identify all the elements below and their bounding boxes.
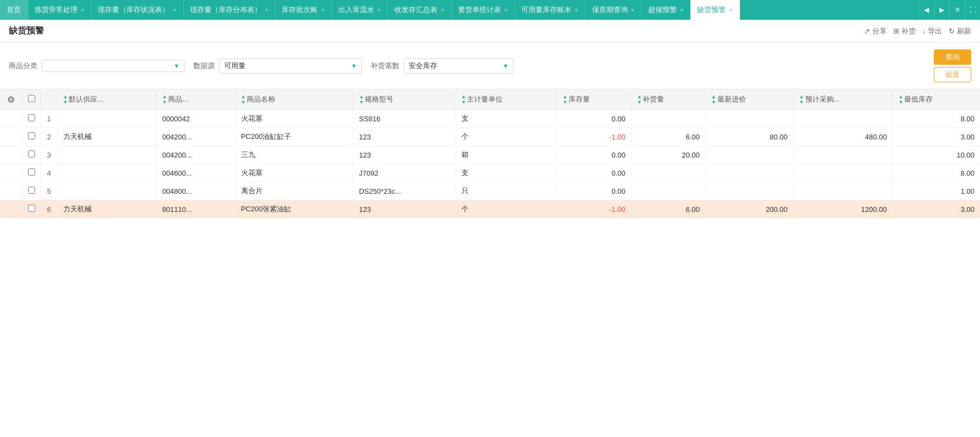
row-est-purchase: [793, 146, 893, 164]
category-label: 商品分类: [9, 61, 37, 71]
share-button[interactable]: ↗ 分享: [864, 26, 887, 36]
row-restock-qty: 6.00: [631, 128, 705, 146]
setting-button[interactable]: 设置: [934, 67, 971, 82]
row-number: 6: [41, 200, 57, 218]
tab-close-picking-anomaly[interactable]: ×: [81, 7, 84, 13]
gear-icon[interactable]: ⚙: [7, 95, 15, 104]
tab-close-summary[interactable]: ×: [441, 7, 444, 13]
tab-summary[interactable]: 收发存汇总表 ×: [388, 0, 451, 20]
sort-icon-price: ▲▼: [711, 94, 716, 105]
tab-home[interactable]: 首页: [0, 0, 28, 20]
row-number: 4: [41, 164, 57, 182]
th-stock[interactable]: ▲▼ 库存量: [557, 89, 631, 110]
table-row[interactable]: 4004600...火花塞J7092支0.008.00: [0, 164, 980, 182]
tab-picking-anomaly[interactable]: 拣货异常处理 ×: [28, 0, 91, 20]
table-row[interactable]: 5004800...离合片DS250*23c...只0.001.00: [0, 182, 980, 200]
tab-available-ledger[interactable]: 可用量库存账本 ×: [515, 0, 585, 20]
tab-next-btn[interactable]: ▶: [934, 0, 949, 20]
th-latest-price[interactable]: ▲▼ 最新进价: [705, 89, 793, 110]
tab-batch-account[interactable]: 库存批次账 ×: [275, 0, 331, 20]
tab-close-inventory-status[interactable]: ×: [172, 7, 176, 13]
tab-close-expiry[interactable]: ×: [631, 7, 634, 13]
tab-close-overstock[interactable]: ×: [680, 7, 683, 13]
row-min-stock: 1.00: [893, 182, 980, 200]
row-checkbox-cell[interactable]: [22, 110, 41, 128]
row-latest-price: [705, 110, 793, 128]
row-unit: 只: [455, 182, 557, 200]
row-default-supplier: [57, 110, 157, 128]
row-checkbox[interactable]: [28, 132, 35, 139]
restock-button[interactable]: ⊞ 补货: [893, 26, 916, 36]
row-checkbox-cell[interactable]: [22, 164, 41, 182]
row-checkbox[interactable]: [28, 169, 35, 176]
row-est-purchase: 1200.00: [793, 200, 893, 218]
row-checkbox[interactable]: [28, 150, 35, 158]
restock-base-filter-group: 补货基数 安全库存 ▼: [371, 58, 514, 74]
th-product-code[interactable]: ▲▼ 商品...: [157, 89, 235, 110]
restock-base-label: 补货基数: [371, 61, 399, 71]
row-default-supplier: [57, 146, 157, 164]
page-container: 缺货预警 ↗ 分享 ⊞ 补货 ↓ 导出 ↻ 刷新 商品分类: [0, 20, 980, 437]
table-header-row: ⚙ ▲▼ 默认供应... ▲▼: [0, 89, 980, 110]
row-product-name: 三九: [235, 146, 353, 164]
tab-close-shortage[interactable]: ×: [729, 7, 732, 13]
row-gear-cell: [0, 110, 22, 128]
row-min-stock: 8.00: [893, 164, 980, 182]
tab-prev-btn[interactable]: ◀: [918, 0, 934, 20]
tab-close-order-stats[interactable]: ×: [504, 7, 508, 13]
tab-inventory-dist[interactable]: 现存量（库存分布表） ×: [183, 0, 275, 20]
tab-order-stats[interactable]: 要货单统计表 ×: [452, 0, 515, 20]
row-checkbox-cell[interactable]: [22, 146, 41, 164]
category-select[interactable]: ▼: [42, 60, 185, 72]
row-checkbox-cell[interactable]: [22, 182, 41, 200]
row-product-name: PC200油缸缸子: [235, 128, 353, 146]
row-checkbox-cell[interactable]: [22, 200, 41, 218]
tab-flow[interactable]: 出入库流水 ×: [332, 0, 388, 20]
th-unit[interactable]: ▲▼ 主计量单位: [455, 89, 557, 110]
row-stock: -1.00: [557, 200, 631, 218]
row-product-name: 火花塞: [235, 164, 353, 182]
row-checkbox[interactable]: [28, 205, 35, 212]
select-all-checkbox[interactable]: [28, 95, 35, 102]
category-chevron-icon: ▼: [174, 63, 180, 69]
table-row[interactable]: 2力天机械004200...PC200油缸缸子123个-1.006.0080.0…: [0, 128, 980, 146]
th-default-supplier[interactable]: ▲▼ 默认供应...: [57, 89, 157, 110]
restock-base-select-value: 安全库存: [409, 61, 437, 71]
th-est-purchase[interactable]: ▲▼ 预计采购...: [793, 89, 893, 110]
datasource-filter-group: 数据源 可用量 ▼: [193, 58, 362, 74]
row-restock-qty: 20.00: [631, 146, 705, 164]
row-checkbox[interactable]: [28, 187, 35, 194]
tab-close-flow[interactable]: ×: [377, 7, 381, 13]
table-row[interactable]: 6力天机械801110...PC200张紧油缸123个-1.006.00200.…: [0, 200, 980, 218]
row-checkbox-cell[interactable]: [22, 128, 41, 146]
tab-close-available-ledger[interactable]: ×: [575, 7, 578, 13]
refresh-button[interactable]: ↻ 刷新: [949, 26, 971, 36]
row-restock-qty: [631, 110, 705, 128]
tab-fullscreen-btn[interactable]: ⛶: [965, 0, 980, 20]
th-gear[interactable]: ⚙: [0, 89, 22, 110]
tab-shortage[interactable]: 缺货预警 ×: [691, 0, 739, 20]
tab-overstock[interactable]: 超储预警 ×: [642, 0, 691, 20]
table-row[interactable]: 3004200...三九123箱0.0020.0010.00: [0, 146, 980, 164]
row-product-code: 801110...: [157, 200, 235, 218]
sort-icon-code: ▲▼: [162, 94, 167, 105]
th-min-stock[interactable]: ▲▼ 最低库存: [893, 89, 980, 110]
row-checkbox[interactable]: [28, 114, 35, 121]
restock-base-select[interactable]: 安全库存 ▼: [404, 58, 514, 74]
table-row[interactable]: 10000042火花塞SS816支0.008.00: [0, 110, 980, 128]
th-checkbox[interactable]: [22, 89, 41, 110]
tab-close-inventory-dist[interactable]: ×: [265, 7, 268, 13]
tab-expiry[interactable]: 保质期查询 ×: [586, 0, 642, 20]
restock-icon: ⊞: [893, 27, 899, 35]
row-est-purchase: [793, 164, 893, 182]
tab-inventory-status[interactable]: 现存量（库存状况表） ×: [91, 0, 183, 20]
tab-close-all-btn[interactable]: ✕: [949, 0, 965, 20]
th-spec[interactable]: ▲▼ 规格型号: [353, 89, 455, 110]
export-button[interactable]: ↓ 导出: [922, 26, 943, 36]
row-gear-cell: [0, 164, 22, 182]
th-product-name[interactable]: ▲▼ 商品名称: [235, 89, 353, 110]
th-restock-qty[interactable]: ▲▼ 补货量: [631, 89, 705, 110]
datasource-select[interactable]: 可用量 ▼: [219, 58, 362, 74]
tab-close-batch-account[interactable]: ×: [321, 7, 324, 13]
query-button[interactable]: 查询: [934, 49, 971, 65]
